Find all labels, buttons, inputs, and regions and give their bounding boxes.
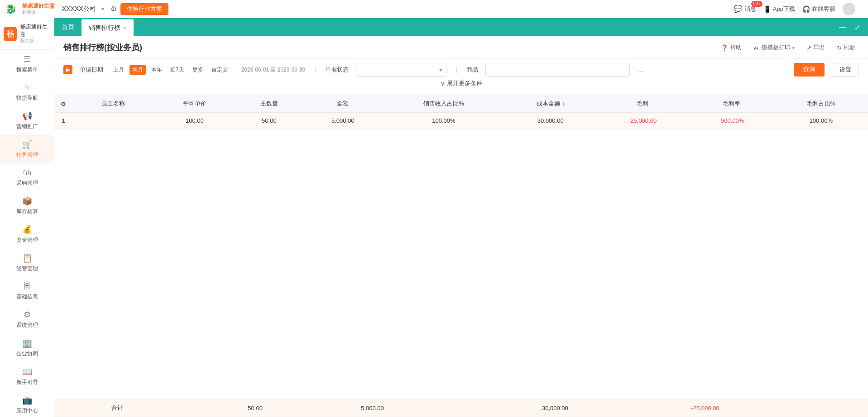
window-minimize-btn[interactable]: — — [837, 22, 848, 33]
sidebar-item-sales[interactable]: 🛒 销售管理 — [0, 135, 54, 163]
sidebar-item-system[interactable]: ⚙ 系统管理 — [0, 305, 54, 334]
print-icon: 🖨 — [753, 44, 759, 51]
purchase-icon: 🛍 — [23, 168, 31, 177]
expand-more-btn[interactable]: ∨ 展开更多条件 — [63, 77, 859, 90]
sales-icon: 🛒 — [22, 139, 32, 149]
date-range-display: 2023-06-01 至 2023-06-30 — [241, 66, 305, 74]
settings-button[interactable]: 设置 — [832, 63, 859, 77]
sidebar-item-marketing[interactable]: 📢 营销推广 — [0, 106, 54, 135]
sidebar-item-finance[interactable]: 💰 资金管理 — [0, 220, 54, 249]
basic-info-icon: 🗄 — [23, 282, 31, 291]
shortcuts-icon: ⌂ — [24, 83, 29, 92]
message-icon[interactable]: 💬 消息 99+ — [734, 5, 756, 13]
sidebar-item-search[interactable]: ☰ 搜索菜单 — [0, 50, 54, 78]
date-btn-custom[interactable]: 自定义 — [209, 65, 230, 75]
help-btn[interactable]: ❓ 帮助 — [717, 42, 745, 53]
sidebar-logo-icon: 畅 — [4, 27, 17, 41]
expand-chevron-icon: ∨ — [441, 80, 445, 87]
table-wrapper: ⚙ 员工名称 平均单价 主数量 全额 销售收入占比% 成本全额 ℹ — [54, 95, 868, 417]
trial-button[interactable]: 体验行业方案 — [120, 3, 168, 15]
print-btn[interactable]: 🖨 按模板打印 ▾ — [750, 42, 798, 53]
date-btn-7days[interactable]: 近7天 — [168, 65, 187, 75]
goods-input[interactable] — [485, 63, 630, 77]
filter-area: ▶ 单据日期 上月 本月 本年 近7天 更多 自定义 2023-06-01 至 … — [54, 58, 868, 95]
refresh-icon: ↻ — [837, 44, 842, 51]
goods-more-icon[interactable]: ... — [637, 66, 643, 74]
export-btn[interactable]: ↗ 导出 — [803, 42, 829, 53]
td-qty: 50.00 — [235, 113, 303, 129]
footer-qty: 50.00 — [205, 399, 306, 417]
sidebar-label-purchase: 采购管理 — [16, 179, 38, 187]
th-gross-pct: 毛利占比% — [774, 95, 868, 113]
td-amount: 5,000.00 — [303, 113, 383, 129]
sidebar-item-enterprise[interactable]: 🏢 企业协同 — [0, 334, 54, 362]
status-filter-label: 单据状态 — [325, 66, 349, 74]
date-btn-last-month[interactable]: 上月 — [110, 65, 127, 75]
sidebar-label-marketing: 营销推广 — [16, 123, 38, 130]
footer-empty-settings — [54, 399, 72, 417]
table-container[interactable]: ⚙ 员工名称 平均单价 主数量 全额 销售收入占比% 成本全额 ℹ — [54, 95, 868, 399]
export-icon: ↗ — [806, 44, 811, 51]
page-content: 销售排行榜(按业务员) ❓ 帮助 🖨 按模板打印 ▾ ↗ — [54, 36, 868, 417]
status-select[interactable]: ▾ — [356, 63, 446, 77]
topbar-settings-icon[interactable]: ⚙ — [110, 5, 117, 13]
footer-cost: 30,000.00 — [482, 399, 628, 417]
td-cost: 30,000.00 — [504, 113, 596, 129]
content-area: 首页 销售排行榜 × — ⤢ 销售排行榜(按业务员) ❓ — [54, 18, 868, 417]
sidebar-item-inventory[interactable]: 📦 库存核算 — [0, 192, 54, 220]
print-dropdown-icon[interactable]: ▾ — [792, 45, 795, 50]
footer-row: 合计 50.00 5,000.00 30,000.00 -25,000.00 — [54, 399, 868, 417]
company-dropdown-icon[interactable]: ▾ — [101, 6, 104, 12]
main-layout: 畅 畅康通好生意 标准版 ☰ 搜索菜单 ⌂ 快捷导航 📢 营销推广 🛒 销售管理… — [0, 18, 868, 417]
date-shortcuts: 上月 本月 本年 近7天 更多 自定义 — [110, 65, 230, 75]
page-header: 销售排行榜(按业务员) ❓ 帮助 🖨 按模板打印 ▾ ↗ — [54, 36, 868, 58]
operations-icon: 📋 — [22, 253, 32, 263]
table-header-row: ⚙ 员工名称 平均单价 主数量 全额 销售收入占比% 成本全额 ℹ — [54, 95, 868, 113]
sidebar-label-search: 搜索菜单 — [16, 66, 38, 74]
page-title: 销售排行榜(按业务员) — [63, 42, 142, 53]
tab-home[interactable]: 首页 — [54, 18, 82, 36]
user-avatar[interactable] — [843, 3, 855, 15]
date-btn-this-year[interactable]: 本年 — [149, 65, 165, 75]
sidebar-item-purchase[interactable]: 🛍 采购管理 — [0, 163, 54, 192]
td-revenue-pct: 100.00% — [383, 113, 505, 129]
inventory-icon: 📦 — [22, 196, 32, 206]
date-btn-more[interactable]: 更多 — [190, 65, 206, 75]
footer-label: 合计 — [72, 399, 162, 417]
sidebar-label-enterprise: 企业协同 — [16, 350, 38, 358]
th-cost: 成本全额 ℹ — [504, 95, 596, 113]
query-button[interactable]: 查询 — [794, 63, 825, 77]
th-settings[interactable]: ⚙ — [54, 95, 72, 113]
msg-badge: 99+ — [751, 1, 762, 7]
finance-icon: 💰 — [22, 225, 32, 235]
refresh-btn[interactable]: ↻ 刷新 — [833, 42, 859, 53]
filter-row-1: ▶ 单据日期 上月 本月 本年 近7天 更多 自定义 2023-06-01 至 … — [63, 63, 859, 77]
sidebar-item-apps[interactable]: 📺 应用中心 — [0, 391, 54, 417]
enterprise-icon: 🏢 — [22, 338, 32, 348]
th-gross-rate: 毛利率 — [689, 95, 774, 113]
filter-collapse-btn[interactable]: ▶ — [63, 65, 72, 74]
online-service-btn[interactable]: 🎧 在线客服 — [802, 5, 835, 13]
sidebar-item-basic[interactable]: 🗄 基础信息 — [0, 277, 54, 305]
page-title-row: 销售排行榜(按业务员) ❓ 帮助 🖨 按模板打印 ▾ ↗ — [63, 42, 859, 58]
sidebar: 畅 畅康通好生意 标准版 ☰ 搜索菜单 ⌂ 快捷导航 📢 营销推广 🛒 销售管理… — [0, 18, 54, 417]
company-name: XXXXX公司 — [62, 5, 96, 13]
date-btn-this-month[interactable]: 本月 — [129, 65, 146, 75]
goods-filter-label: 商品 — [466, 66, 478, 74]
date-filter-label: 单据日期 — [80, 66, 103, 74]
tab-sales-ranking[interactable]: 销售排行榜 × — [82, 19, 134, 37]
sidebar-item-guide[interactable]: 📖 新手引导 — [0, 362, 54, 391]
td-gross-pct: 100.00% — [774, 113, 868, 129]
td-employee-name — [72, 113, 154, 129]
tab-close-btn[interactable]: × — [123, 25, 126, 31]
app-download-btn[interactable]: 📱 App下载 — [763, 5, 795, 13]
sales-ranking-table: ⚙ 员工名称 平均单价 主数量 全额 销售收入占比% 成本全额 ℹ — [54, 95, 868, 129]
sidebar-item-operations[interactable]: 📋 经营管理 — [0, 249, 54, 277]
sidebar-item-shortcuts[interactable]: ⌂ 快捷导航 — [0, 78, 54, 106]
app-logo-sub: 标准版 — [22, 10, 55, 15]
td-rank: 1 — [54, 113, 72, 129]
cost-info-icon[interactable]: ℹ — [563, 101, 565, 106]
footer-amount: 5,000.00 — [306, 399, 439, 417]
window-maximize-btn[interactable]: ⤢ — [852, 22, 863, 33]
sidebar-label-basic: 基础信息 — [16, 293, 38, 301]
